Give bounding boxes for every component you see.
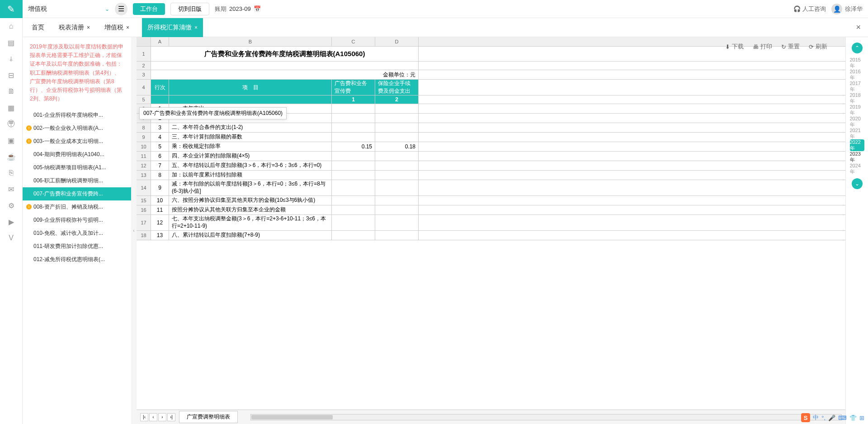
ime-punct-icon[interactable]: °,	[821, 414, 826, 421]
print-icon: 🖶	[753, 43, 759, 50]
nav-report-icon[interactable]: ⫰	[0, 51, 23, 67]
form-item-11[interactable]: 012-减免所得税优惠明细表(...	[23, 253, 131, 266]
ime-tools-icon[interactable]: ⊞	[859, 414, 864, 421]
form-item-4[interactable]: 005-纳税调整项目明细表(A1...	[23, 161, 131, 174]
ime-lang[interactable]: 中	[813, 414, 819, 422]
data-row-13[interactable]: 1813八、累计结转以后年度扣除额(7+8-9)	[137, 231, 845, 240]
top-bar: 增值税 ⌄ ☰ 工作台 切到旧版 账期 2023-09 📅 🎧 人工咨询 👤 徐…	[23, 0, 868, 18]
close-all-tabs-icon[interactable]: ×	[856, 23, 861, 32]
year-2020年[interactable]: 2020年	[850, 116, 864, 128]
chevron-down-icon: ⌄	[105, 6, 109, 12]
form-item-2[interactable]: 003-一般企业成本支出明细...	[23, 135, 131, 148]
nav-invoice-icon[interactable]: 🗎	[0, 83, 23, 100]
data-row-12[interactable]: 1712七、本年支出纳税调整金额(3＞6，本行=2+3-6+10-11；3≤6，…	[137, 215, 845, 231]
calendar-icon: 📅	[254, 5, 261, 12]
year-2016年[interactable]: 2016年	[850, 69, 864, 81]
user-name: 徐泽华	[845, 5, 863, 13]
reset-button[interactable]: ↻重置	[781, 43, 800, 51]
nav-archive-icon[interactable]: ▣	[0, 132, 23, 148]
list-button[interactable]: ☰	[115, 3, 127, 15]
close-icon[interactable]: ×	[87, 24, 90, 31]
year-2018年[interactable]: 2018年	[850, 92, 864, 104]
nav-inbox-icon[interactable]: ✉	[0, 181, 23, 197]
sheet-area: ⬇下载 🖶打印 ↻重置 ⟳刷新 › ABCD1广告费和业务宣传费跨年度纳税调整明…	[137, 37, 845, 424]
sheet-tab[interactable]: 广宣费调整明细表	[179, 411, 238, 423]
main-nav-sidebar: ✎ ⌂ ▤ ⫰ ⊟ 🗎 ▦ 〶 ▣ ☕ ⎘ ✉ ⚙ ▶ V	[0, 0, 23, 424]
workbench-button[interactable]: 工作台	[133, 3, 165, 15]
data-row-3[interactable]: 83二、本年符合条件的支出(1-2)	[137, 123, 845, 133]
nav-video-icon[interactable]: ▶	[0, 214, 23, 230]
nav-home-icon[interactable]: ⌂	[0, 18, 23, 34]
nav-bank-icon[interactable]: ▦	[0, 100, 23, 116]
nav-asset-icon[interactable]: ⊟	[0, 67, 23, 83]
sheet-nav-first[interactable]: |‹	[140, 413, 148, 421]
form-item-3[interactable]: 004-期间费用明细表(A1040...	[23, 148, 131, 161]
ime-logo-icon[interactable]: S	[801, 413, 810, 422]
close-icon[interactable]: ×	[194, 24, 198, 31]
tab-home[interactable]: 首页	[30, 18, 46, 37]
year-2017年[interactable]: 2017年	[850, 81, 864, 92]
nav-tax-icon[interactable]: ☕	[0, 148, 23, 165]
form-item-6[interactable]: 007-广告费和业务宣传费跨...	[23, 187, 131, 200]
sheet-toolbar: ⬇下载 🖶打印 ↻重置 ⟳刷新	[725, 43, 827, 51]
nav-vip-icon[interactable]: V	[0, 230, 23, 246]
spreadsheet[interactable]: ABCD1广告费和业务宣传费跨年度纳税调整明细表(A105060)23金额单位：…	[137, 37, 845, 410]
form-item-5[interactable]: 006-职工薪酬纳税调整明细...	[23, 174, 131, 187]
headset-icon: 🎧	[793, 5, 801, 12]
warning-text: 2019年度涉及取以前年度结转数据的申报表单元格需要手工维护正确，才能保证本年及…	[23, 37, 131, 109]
form-item-8[interactable]: 009-企业所得税弥补亏损明...	[23, 214, 131, 227]
collapse-handle[interactable]: ‹	[131, 37, 137, 424]
tab-income-tax[interactable]: 所得税汇算清缴×	[142, 18, 203, 37]
nav-salary-icon[interactable]: 〶	[0, 116, 23, 132]
page-tabs: 首页 税表清册× 增值税× 所得税汇算清缴× ×	[23, 18, 868, 37]
company-dropdown[interactable]: 增值税 ⌄	[28, 5, 109, 13]
app-logo: ✎	[0, 0, 23, 18]
form-item-10[interactable]: 011-研发费用加计扣除优惠...	[23, 240, 131, 253]
left-panel: 2019年度涉及取以前年度结转数据的申报表单元格需要手工维护正确，才能保证本年及…	[23, 37, 131, 424]
year-2019年[interactable]: 2019年	[850, 104, 864, 116]
tab-tax-list[interactable]: 税表清册×	[57, 18, 92, 37]
year-scroll-down[interactable]: ⌄	[852, 178, 863, 189]
refresh-button[interactable]: ⟳刷新	[809, 43, 827, 51]
year-2022年[interactable]: 2022年	[850, 139, 864, 151]
data-row-7[interactable]: 127五、本年结转以后年度扣除额(3＞6，本行=3-6；3≤6，本行=0)	[137, 161, 845, 171]
horizontal-scrollbar[interactable]	[250, 414, 842, 420]
sheet-nav-prev[interactable]: ‹	[149, 413, 157, 421]
form-item-0[interactable]: 001-企业所得税年度纳税申...	[23, 109, 131, 122]
data-row-11[interactable]: 1611按照分摊协议从其他关联方归集至本企业的金额	[137, 205, 845, 215]
nav-declare-icon[interactable]: ⎘	[0, 165, 23, 181]
form-item-9[interactable]: 010-免税、减计收入及加计...	[23, 227, 131, 240]
form-item-7[interactable]: 008-资产折旧、摊销及纳税...	[23, 200, 131, 214]
print-button[interactable]: 🖶打印	[753, 43, 772, 51]
nav-ledger-icon[interactable]: ▤	[0, 34, 23, 51]
user-menu[interactable]: 👤 徐泽华	[831, 4, 863, 14]
year-2023年[interactable]: 2023年	[850, 151, 864, 163]
support-link[interactable]: 🎧 人工咨询	[793, 5, 826, 13]
year-2021年[interactable]: 2021年	[850, 128, 864, 139]
year-2024年[interactable]: 2024年	[850, 163, 864, 175]
sheet-nav-last[interactable]: ›|	[167, 413, 175, 421]
nav-settings-icon[interactable]: ⚙	[0, 197, 23, 214]
data-row-9[interactable]: 149减：本年扣除的以前年度结转额[3＞6，本行=0；3≤6，本行=8与(6-3…	[137, 180, 845, 196]
close-icon[interactable]: ×	[126, 24, 129, 31]
data-row-8[interactable]: 138加：以前年度累计结转扣除额	[137, 171, 845, 180]
ime-skin-icon[interactable]: 👕	[849, 414, 857, 421]
download-button[interactable]: ⬇下载	[725, 43, 744, 51]
data-row-6[interactable]: 116四、本企业计算的扣除限额(4×5)	[137, 152, 845, 161]
year-bar: ⌃ 2015年2016年2017年2018年2019年2020年2021年202…	[845, 37, 868, 424]
reset-icon: ↻	[781, 43, 786, 50]
period-selector[interactable]: 账期 2023-09 📅	[215, 5, 261, 13]
data-row-10[interactable]: 1510六、按照分摊协议归集至其他关联方的金额(10≤3与6孰小值)	[137, 196, 845, 205]
ime-mic-icon[interactable]: 🎤	[828, 414, 835, 421]
sheet-nav-next[interactable]: ›	[158, 413, 166, 421]
switch-old-button[interactable]: 切到旧版	[170, 3, 209, 15]
year-scroll-up[interactable]: ⌃	[852, 43, 863, 53]
data-row-4[interactable]: 94三、本年计算扣除限额的基数	[137, 133, 845, 142]
data-row-5[interactable]: 105乘：税收规定扣除率0.150.18	[137, 142, 845, 152]
sheet-tabs-bar: |‹ ‹ › ›| 广宣费调整明细表	[137, 410, 845, 424]
form-item-1[interactable]: 002-一般企业收入明细表(A...	[23, 122, 131, 135]
tab-vat[interactable]: 增值税×	[103, 18, 131, 37]
year-2015年[interactable]: 2015年	[850, 57, 864, 69]
download-icon: ⬇	[725, 43, 730, 50]
ime-keyboard-icon[interactable]: ⌨	[838, 414, 847, 421]
